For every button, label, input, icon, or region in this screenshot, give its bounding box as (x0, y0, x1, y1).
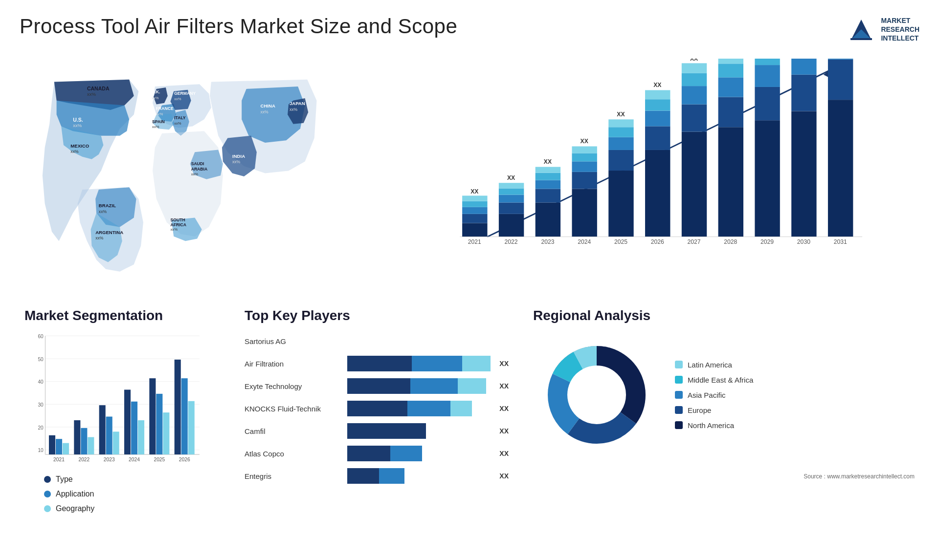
player-bar-entegris (347, 468, 491, 484)
europe-label: Europe (688, 406, 711, 414)
player-row-camfil: Camfil XX (245, 423, 509, 439)
legend-application: Application (44, 490, 220, 498)
bar-seg3 (458, 378, 487, 394)
regional-title: Regional Analysis (533, 308, 915, 323)
legend-europe: Europe (675, 406, 753, 414)
svg-text:2031: 2031 (834, 238, 847, 245)
svg-text:FRANCE: FRANCE (156, 106, 174, 111)
asia-pacific-color (675, 391, 683, 399)
bar-chart-area: XX 2021 XX 2022 (367, 59, 910, 269)
svg-text:xx%: xx% (174, 97, 181, 101)
svg-rect-51 (536, 202, 560, 237)
world-map-section: CANADA xx% U.S. xx% MEXICO xx% BRAZIL xx… (20, 54, 333, 288)
svg-text:XX: XX (507, 174, 515, 181)
legend-middle-east: Middle East & Africa (675, 376, 753, 384)
svg-text:ARGENTINA: ARGENTINA (95, 230, 123, 235)
svg-rect-75 (645, 99, 670, 110)
geography-legend-dot (44, 505, 51, 512)
svg-text:2025: 2025 (154, 457, 165, 462)
svg-rect-89 (718, 64, 743, 77)
svg-rect-135 (88, 437, 94, 454)
svg-text:BRAZIL: BRAZIL (99, 203, 116, 208)
svg-rect-62 (572, 146, 597, 153)
page-title: Process Tool Air Filters Market Size and… (20, 15, 457, 38)
svg-rect-108 (828, 60, 853, 100)
bar-seg1 (347, 468, 379, 484)
svg-text:50: 50 (38, 357, 44, 362)
player-name-atlas: Atlas Copco (245, 450, 342, 458)
player-row-exyte: Exyte Technology XX (245, 378, 509, 394)
player-name-entegris: Entegris (245, 472, 342, 480)
svg-text:10: 10 (38, 448, 44, 453)
svg-rect-90 (718, 59, 743, 64)
svg-rect-109 (828, 59, 853, 60)
latin-america-label: Latin America (688, 361, 732, 369)
svg-rect-46 (499, 195, 524, 203)
svg-text:XX: XX (617, 111, 625, 118)
svg-text:AFRICA: AFRICA (171, 222, 187, 227)
player-value-knocks: XX (499, 405, 509, 412)
donut-legend: Latin America Middle East & Africa Asia … (675, 361, 753, 430)
europe-color (675, 406, 683, 414)
svg-text:2022: 2022 (505, 238, 518, 245)
svg-text:2028: 2028 (724, 238, 737, 245)
svg-rect-81 (682, 86, 707, 104)
svg-rect-54 (536, 173, 560, 180)
svg-rect-83 (682, 63, 707, 73)
svg-text:2021: 2021 (53, 457, 65, 462)
player-value-entegris: XX (499, 472, 509, 480)
svg-text:30: 30 (38, 402, 44, 408)
svg-text:xx%: xx% (70, 149, 79, 154)
svg-text:xx%: xx% (73, 123, 82, 128)
bar-seg1 (347, 378, 410, 394)
bar-seg1 (347, 446, 390, 461)
svg-rect-137 (99, 405, 106, 454)
svg-rect-133 (74, 420, 80, 454)
player-value-airfiltration: XX (499, 360, 509, 367)
svg-rect-147 (163, 412, 169, 454)
svg-rect-82 (682, 73, 707, 86)
player-name-knocks: KNOCKS Fluid-Technik (245, 405, 342, 413)
bar-chart-svg: XX 2021 XX 2022 (367, 59, 910, 269)
svg-rect-2 (850, 38, 872, 40)
svg-text:ARABIA: ARABIA (191, 167, 207, 172)
svg-text:2026: 2026 (179, 457, 190, 462)
bar-seg2 (390, 446, 422, 461)
svg-rect-86 (718, 127, 743, 237)
svg-rect-52 (536, 189, 560, 202)
player-row-sartorius: Sartorius AG (245, 333, 509, 349)
player-bar-camfil (347, 423, 491, 439)
svg-text:CANADA: CANADA (87, 86, 110, 91)
bottom-section: Market Segmentation 60 50 40 30 20 10 (20, 303, 919, 560)
svg-rect-142 (131, 402, 137, 454)
top-section: CANADA xx% U.S. xx% MEXICO xx% BRAZIL xx… (20, 54, 919, 288)
svg-rect-87 (718, 97, 743, 128)
svg-rect-41 (462, 195, 487, 201)
player-bar-exyte (347, 378, 491, 394)
svg-rect-48 (499, 183, 524, 188)
svg-rect-79 (682, 132, 707, 237)
svg-rect-94 (755, 87, 780, 120)
svg-text:JAPAN: JAPAN (290, 101, 305, 106)
svg-text:2027: 2027 (688, 238, 701, 245)
svg-text:SAUDI: SAUDI (191, 161, 204, 166)
svg-text:xx%: xx% (152, 125, 159, 129)
svg-rect-95 (755, 65, 780, 87)
svg-rect-67 (608, 137, 633, 150)
svg-rect-72 (645, 150, 670, 237)
svg-text:xx%: xx% (232, 159, 241, 164)
bar-seg1 (347, 356, 412, 371)
svg-rect-65 (608, 171, 633, 237)
svg-rect-134 (81, 428, 87, 454)
svg-rect-68 (608, 127, 633, 137)
svg-text:20: 20 (38, 425, 44, 431)
svg-text:CHINA: CHINA (261, 103, 275, 108)
svg-rect-73 (645, 126, 670, 150)
svg-text:2024: 2024 (578, 238, 591, 245)
logo: MARKET RESEARCH INTELLECT (847, 15, 919, 44)
bar-seg2 (410, 378, 458, 394)
legend-geography: Geography (44, 504, 220, 513)
player-row-entegris: Entegris XX (245, 468, 509, 484)
bar-seg1 (347, 401, 407, 416)
svg-rect-55 (536, 167, 560, 173)
